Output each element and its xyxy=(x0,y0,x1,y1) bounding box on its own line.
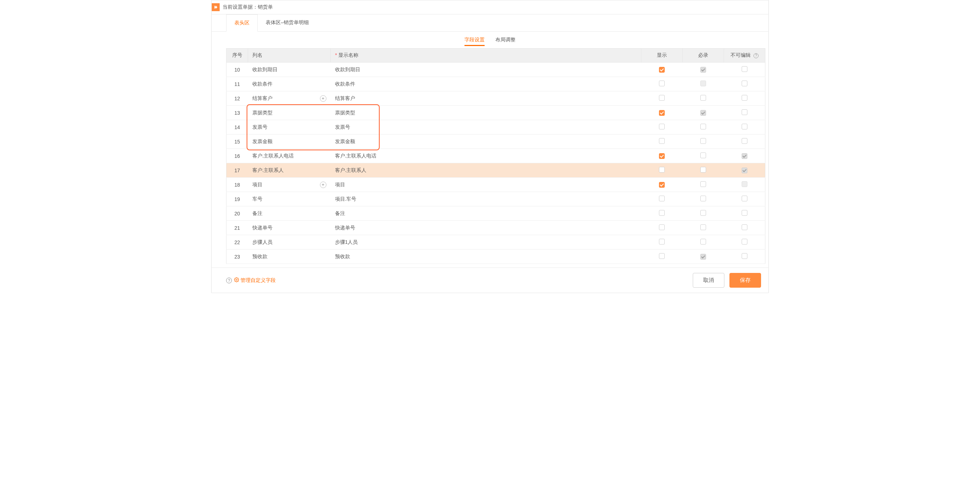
cell-colname: 车号 xyxy=(248,192,331,206)
checkbox-show[interactable] xyxy=(659,153,665,159)
cell-required xyxy=(683,91,724,106)
cell-show xyxy=(641,163,683,178)
cell-show xyxy=(641,178,683,192)
cell-dispname[interactable]: 收款到期日 xyxy=(331,62,641,77)
checkbox-readonly[interactable] xyxy=(741,253,748,259)
checkbox-show[interactable] xyxy=(659,138,665,144)
checkbox-show[interactable] xyxy=(659,182,665,188)
add-subfield-button[interactable]: + xyxy=(320,182,326,188)
col-required: 必录 xyxy=(683,49,724,62)
cell-show xyxy=(641,149,683,163)
checkbox-show[interactable] xyxy=(659,210,665,216)
save-button[interactable]: 保存 xyxy=(729,273,761,288)
cell-dispname[interactable]: 项目 xyxy=(331,178,641,192)
cell-required xyxy=(683,134,724,149)
cell-dispname[interactable]: 步骤1人员 xyxy=(331,235,641,250)
table-row: 23预收款预收款 xyxy=(226,250,765,264)
table-row: 11收款条件收款条件 xyxy=(226,77,765,91)
cell-dispname[interactable]: 收款条件 xyxy=(331,77,641,91)
expand-toggle[interactable] xyxy=(212,3,220,11)
checkbox-required[interactable] xyxy=(700,153,706,158)
add-subfield-button[interactable]: + xyxy=(320,95,326,102)
tab-0[interactable]: 表头区 xyxy=(226,14,258,32)
cell-dispname[interactable]: 发票金额 xyxy=(331,134,641,149)
cell-dispname[interactable]: 客户.主联系人 xyxy=(331,163,641,178)
cell-show xyxy=(641,192,683,206)
table-wrap: 序号 列名 *显示名称 显示 必录 不可编辑 ? 10收款到期日收款到期日11收… xyxy=(212,48,768,264)
checkbox-show[interactable] xyxy=(659,67,665,73)
table-outer: 序号 列名 *显示名称 显示 必录 不可编辑 ? 10收款到期日收款到期日11收… xyxy=(226,48,765,264)
cell-dispname[interactable]: 项目.车号 xyxy=(331,192,641,206)
cell-required xyxy=(683,235,724,250)
checkbox-readonly[interactable] xyxy=(741,95,748,101)
cell-dispname[interactable]: 结算客户 xyxy=(331,91,641,106)
cell-seq: 12 xyxy=(226,91,248,106)
help-icon[interactable]: ? xyxy=(754,53,759,58)
cell-readonly xyxy=(724,62,765,77)
col-colname: 列名 xyxy=(248,49,331,62)
checkbox-required[interactable] xyxy=(700,95,706,101)
cell-show xyxy=(641,77,683,91)
checkbox-readonly[interactable] xyxy=(741,109,748,115)
checkbox-required[interactable] xyxy=(700,124,706,129)
cell-dispname[interactable]: 票据类型 xyxy=(331,106,641,120)
checkbox-show[interactable] xyxy=(659,224,665,230)
question-icon[interactable]: ? xyxy=(226,278,232,283)
cell-dispname[interactable]: 快递单号 xyxy=(331,221,641,235)
checkbox-readonly[interactable] xyxy=(741,81,748,86)
checkbox-readonly xyxy=(741,153,748,159)
subtab-1[interactable]: 布局调整 xyxy=(495,37,515,46)
cell-seq: 23 xyxy=(226,250,248,264)
app-container: 当前设置单据：销货单 表头区表体区–销货单明细 字段设置布局调整 序号 列名 *… xyxy=(212,0,768,293)
checkbox-required[interactable] xyxy=(700,138,706,144)
cell-dispname[interactable]: 客户.主联系人电话 xyxy=(331,149,641,163)
cell-readonly xyxy=(724,221,765,235)
title-prefix: 当前设置单据： xyxy=(223,4,258,10)
cell-dispname[interactable]: 发票号 xyxy=(331,120,641,134)
checkbox-required[interactable] xyxy=(700,181,706,187)
table-row: 18项目+项目 xyxy=(226,178,765,192)
cell-dispname[interactable]: 备注 xyxy=(331,206,641,221)
checkbox-readonly xyxy=(741,167,748,174)
checkbox-required[interactable] xyxy=(700,239,706,245)
checkbox-required[interactable] xyxy=(700,167,706,173)
cell-colname: 快递单号 xyxy=(248,221,331,235)
checkbox-show[interactable] xyxy=(659,239,665,245)
checkbox-required[interactable] xyxy=(700,210,706,216)
checkbox-readonly[interactable] xyxy=(741,224,748,230)
col-seq: 序号 xyxy=(226,49,248,62)
subtab-0[interactable]: 字段设置 xyxy=(465,37,485,46)
cell-dispname[interactable]: 预收款 xyxy=(331,250,641,264)
cell-readonly xyxy=(724,235,765,250)
header-bar: 当前设置单据：销货单 xyxy=(212,0,768,14)
table-body: 10收款到期日收款到期日11收款条件收款条件12结算客户+结算客户13票据类型票… xyxy=(226,62,765,264)
checkbox-readonly[interactable] xyxy=(741,239,748,245)
checkbox-show[interactable] xyxy=(659,196,665,201)
checkbox-show[interactable] xyxy=(659,124,665,129)
cell-show xyxy=(641,221,683,235)
tab-1[interactable]: 表体区–销货单明细 xyxy=(258,14,317,31)
checkbox-show[interactable] xyxy=(659,253,665,259)
checkbox-readonly[interactable] xyxy=(741,210,748,216)
checkbox-readonly[interactable] xyxy=(741,124,748,129)
checkbox-show[interactable] xyxy=(659,110,665,116)
checkbox-show[interactable] xyxy=(659,95,665,101)
checkbox-show[interactable] xyxy=(659,81,665,86)
checkbox-show[interactable] xyxy=(659,167,665,173)
cell-show xyxy=(641,106,683,120)
checkbox-readonly[interactable] xyxy=(741,138,748,144)
checkbox-required xyxy=(700,110,706,116)
manage-custom-fields-link[interactable]: 管理自定义字段 xyxy=(234,277,276,284)
cell-required xyxy=(683,62,724,77)
cell-colname: 结算客户+ xyxy=(248,91,331,106)
cancel-button[interactable]: 取消 xyxy=(693,273,724,288)
checkbox-required xyxy=(700,67,706,73)
cell-readonly xyxy=(724,149,765,163)
cell-seq: 17 xyxy=(226,163,248,178)
checkbox-required[interactable] xyxy=(700,196,706,201)
cell-show xyxy=(641,235,683,250)
cell-colname: 收款条件 xyxy=(248,77,331,91)
checkbox-required[interactable] xyxy=(700,224,706,230)
checkbox-readonly[interactable] xyxy=(741,196,748,201)
checkbox-readonly[interactable] xyxy=(741,66,748,72)
